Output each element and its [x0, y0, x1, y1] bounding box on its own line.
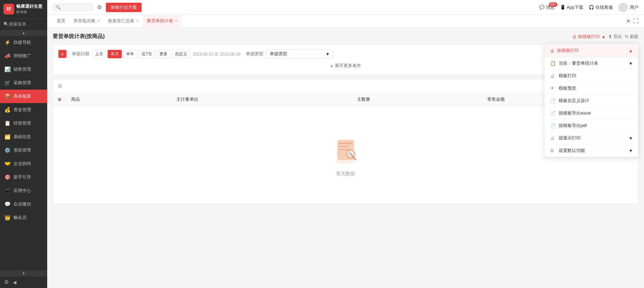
online-service-button[interactable]: 🎧 在线客服 — [589, 4, 613, 10]
sidebar-item-member[interactable]: 👑 畅会员 — [0, 211, 47, 224]
tab-batch-account[interactable]: 库存批次账 × — [69, 15, 104, 28]
tabs-right-actions: ✕ ⛶ — [626, 18, 639, 24]
wechat-icon: 💬 — [4, 201, 11, 207]
tab-batch-account-close[interactable]: × — [97, 19, 100, 23]
current-month-btn[interactable]: 本月 — [108, 50, 122, 58]
tab-home[interactable]: 首页 — [53, 15, 69, 28]
sidebar-item-guide[interactable]: 🎯 新手引导 — [0, 170, 47, 184]
sales-icon: 📊 — [4, 66, 11, 73]
order-type-select[interactable]: 单据类型 ▼ — [266, 49, 333, 59]
sidebar-item-label: 企业协同 — [13, 161, 31, 167]
template-preview-label: 模板预览 — [559, 85, 576, 91]
current-template-label: 当前：要货单统计表 — [559, 60, 598, 66]
arrow-icon: » — [61, 51, 64, 57]
print-dropdown-header: 🖨 按模板打印 ▲ — [545, 44, 638, 57]
current-year-btn[interactable]: 本年 — [123, 50, 137, 58]
preview-icon: 👁 — [550, 86, 555, 91]
chevron-down-expand-icon: ▼ — [628, 136, 633, 141]
sidebar-item-finance[interactable]: 💰 资金管理 — [0, 103, 47, 117]
apps-icon: 📱 — [4, 187, 11, 194]
basic-icon: 🗂️ — [4, 133, 11, 140]
template-print-item[interactable]: 🖨 模板打印 — [545, 70, 638, 82]
set-default-icon: ⚙ — [550, 148, 555, 153]
sidebar-scroll-up[interactable]: ▲ — [0, 30, 47, 36]
page-header: 要货单统计表(按商品) 🖨 按模板打印 ▲ ⬆ 导出 ↻ 刷新 — [53, 33, 639, 40]
display-print-label: 按显示打印 — [559, 135, 581, 141]
tab-receipt-summary-close[interactable]: × — [136, 19, 139, 23]
custom-date-btn[interactable]: 自定义 — [172, 50, 190, 58]
tab-receipt-summary-label: 收发存汇总表 — [108, 18, 134, 24]
print-dropdown: 🖨 按模板打印 ▲ 📋 当前：要货单统计表 ▼ 🖨 模板打印 👁 模板预览 — [544, 44, 639, 157]
sidebar-item-label: 库存核算 — [13, 93, 31, 99]
sidebar-item-operations[interactable]: 📋 经营管理 — [0, 117, 47, 130]
last7days-btn[interactable]: 近7天 — [139, 50, 155, 58]
sidebar-item-system[interactable]: ⚙️ 系统管理 — [0, 143, 47, 157]
sidebar-item-label: 经营管理 — [13, 120, 31, 126]
print-template-button[interactable]: 🖨 按模板打印 ▲ — [572, 34, 606, 40]
current-template-item[interactable]: 📋 当前：要货单统计表 ▼ — [545, 57, 638, 70]
template-export-pdf-item[interactable]: 📄 按模板导出pdf — [545, 120, 638, 132]
collapse-icon[interactable]: ◀ — [13, 280, 17, 285]
filter-expand-arrow[interactable]: » — [58, 50, 66, 58]
order-type-value: 单据类型 — [270, 51, 287, 57]
sidebar-item-basic[interactable]: 🗂️ 基础信息 — [0, 130, 47, 143]
sidebar-item-label: 销售管理 — [13, 66, 31, 72]
message-button[interactable]: 💬 消息 99+ — [539, 4, 555, 10]
refresh-button[interactable]: ↻ 刷新 — [625, 34, 639, 40]
brand-name: 畅康通好生意 — [16, 3, 42, 9]
sidebar-item-wechat[interactable]: 💬 企业微信 — [0, 197, 47, 211]
sidebar-item-marketing[interactable]: 📣 营销推广 — [0, 49, 47, 63]
app-download-button[interactable]: 📱 App下载 — [560, 4, 583, 10]
user-menu[interactable]: 用户 — [618, 3, 639, 12]
tab-receipt-summary[interactable]: 收发存汇总表 × — [104, 15, 143, 28]
tab-home-label: 首页 — [57, 18, 65, 24]
svg-point-0 — [335, 160, 356, 164]
sidebar-item-label: 系统管理 — [13, 147, 31, 153]
search-icon: 🔍 — [3, 22, 9, 27]
display-print-item[interactable]: 🖨 按显示打印 ▼ — [545, 132, 638, 145]
export-button[interactable]: ⬆ 导出 — [608, 34, 622, 40]
tab-order-stats-close[interactable]: × — [175, 19, 177, 23]
gear-icon[interactable]: ⚙ — [97, 4, 102, 10]
more-date-btn[interactable]: 更多 — [156, 50, 171, 58]
print-dropdown-close-icon[interactable]: ▲ — [628, 48, 633, 53]
set-default-item[interactable]: ⚙ 设置默认功能 ▼ — [545, 145, 638, 157]
trial-button[interactable]: 体验行业方案 — [106, 3, 142, 12]
operations-icon: 📋 — [4, 120, 11, 127]
sidebar-item-inventory[interactable]: 📦 库存核算 — [0, 90, 47, 103]
tab-expand-button[interactable]: ⛶ — [633, 18, 639, 24]
sidebar-item-label: 营销推广 — [13, 53, 31, 59]
tab-close-all-button[interactable]: ✕ — [626, 18, 631, 24]
quick-nav-icon: ⚡ — [4, 39, 11, 46]
svg-rect-2 — [339, 142, 352, 144]
sidebar-scroll-down[interactable]: ▼ — [0, 270, 47, 276]
template-preview-item[interactable]: 👁 模板预览 — [545, 82, 638, 95]
sidebar-item-sales[interactable]: 📊 销售管理 — [0, 63, 47, 76]
sidebar-item-quick-nav[interactable]: ⚡ 快捷导航 — [0, 36, 47, 49]
inventory-icon: 📦 — [4, 93, 11, 100]
tabs-bar: 首页 库存批次账 × 收发存汇总表 × 要货单统计表 × ✕ ⛶ — [47, 15, 644, 28]
col-unit: 主计量单位 — [172, 93, 352, 106]
sidebar-search[interactable]: 🔍 搜索菜单 — [0, 19, 47, 30]
sidebar-item-apps[interactable]: 📱 应用中心 — [0, 184, 47, 197]
template-export-excel-item[interactable]: 📄 按模板导出excel — [545, 107, 638, 120]
col-qty: 主数量 — [352, 93, 483, 106]
topbar-search[interactable]: 🔍 — [53, 4, 93, 11]
topbar-right: 💬 消息 99+ 📱 App下载 🎧 在线客服 用户 — [539, 3, 639, 12]
excel-icon: 📄 — [550, 110, 555, 116]
sidebar-item-purchase[interactable]: 🛒 采购管理 — [0, 76, 47, 90]
tab-order-stats[interactable]: 要货单统计表 × — [143, 15, 181, 28]
export-icon: ⬆ — [608, 34, 612, 39]
empty-illustration: 🔍 — [329, 133, 362, 167]
col-product: 商品 — [66, 93, 172, 106]
sidebar-item-enterprise[interactable]: 🤝 企业协同 — [0, 157, 47, 170]
settings-icon[interactable]: ⚙ — [4, 279, 9, 285]
chevron-down-default-icon: ▼ — [628, 148, 633, 153]
table-settings-icon[interactable]: ⚙ — [58, 83, 62, 89]
app-logo-icon: 好 — [3, 4, 14, 14]
chevron-down-icon: ▼ — [325, 52, 330, 57]
printer-icon: 🖨 — [550, 73, 555, 78]
template-design-item[interactable]: 📄 模板自定义设计 — [545, 95, 638, 107]
template-export-pdf-label: 按模板导出pdf — [559, 123, 587, 129]
prev-month-btn[interactable]: 上月 — [92, 50, 106, 58]
